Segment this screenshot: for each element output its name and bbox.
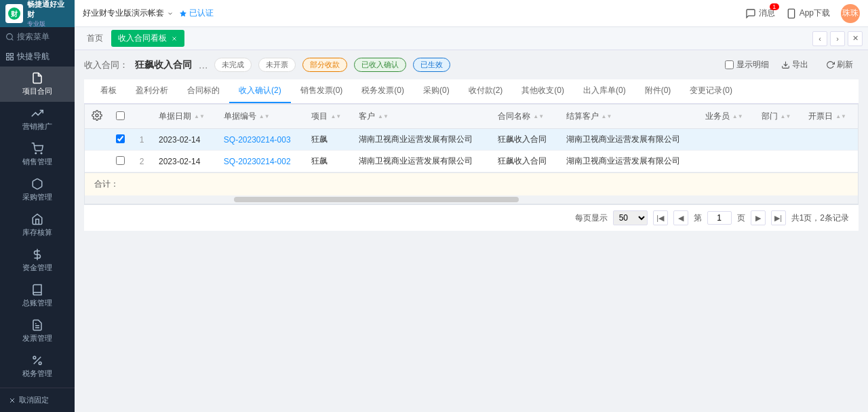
per-page-label: 每页显示 — [575, 212, 608, 224]
tab-profit[interactable]: 盈利分析 — [126, 79, 178, 103]
th-department[interactable]: 部门 ▲▼ — [755, 105, 802, 129]
row-code[interactable]: SQ-20230214-003 — [217, 129, 305, 151]
row-settings-cell — [85, 151, 109, 172]
th-project[interactable]: 项目 ▲▼ — [304, 105, 352, 129]
status-incomplete[interactable]: 未完成 — [214, 58, 252, 72]
tab-tax-invoice[interactable]: 税务发票(0) — [352, 79, 414, 103]
th-checkbox[interactable] — [109, 105, 132, 129]
th-contract[interactable]: 合同名称 ▲▼ — [491, 105, 559, 129]
sort-date-icon: ▲▼ — [194, 113, 205, 119]
invoice-label: 发票管理 — [22, 333, 52, 343]
sidebar-item-sales[interactable]: 销售管理 — [0, 137, 75, 172]
row-num: 2 — [132, 151, 152, 172]
sidebar-item-project[interactable]: 项目合同 — [0, 67, 75, 102]
tab-attachment[interactable]: 附件(0) — [635, 79, 681, 103]
certified-label: 已认证 — [189, 7, 214, 19]
row-salesperson — [698, 129, 755, 151]
sidebar-item-funds[interactable]: 资金管理 — [0, 243, 75, 278]
row-checkbox-cell[interactable] — [109, 151, 132, 172]
per-page-select[interactable]: 20 50 100 — [613, 210, 648, 225]
tab-other[interactable]: 其他收支(0) — [512, 79, 574, 103]
unpin-label: 取消固定 — [19, 395, 49, 405]
prev-page-button[interactable]: ◀ — [673, 210, 688, 225]
sidebar-item-general[interactable]: 总账管理 — [0, 278, 75, 314]
th-customer[interactable]: 客户 ▲▼ — [352, 105, 491, 129]
last-page-button[interactable]: ▶| — [771, 210, 786, 225]
svg-point-9 — [41, 153, 42, 154]
th-settings[interactable] — [85, 105, 109, 129]
sidebar-item-inventory[interactable]: 库存核算 — [0, 208, 75, 243]
page-number-input[interactable] — [707, 211, 732, 225]
scrollbar-thumb[interactable] — [234, 197, 519, 202]
tab-prev-button[interactable]: ‹ — [812, 31, 827, 46]
message-button[interactable]: 消息 1 — [745, 7, 775, 19]
select-all-checkbox[interactable] — [116, 111, 125, 120]
th-salesperson[interactable]: 业务员 ▲▼ — [698, 105, 755, 129]
tab-subject[interactable]: 合同标的 — [178, 79, 229, 103]
table-row: 2 2023-02-14 SQ-20230214-002 狂飙 湖南卫视商业运营… — [85, 151, 858, 172]
inventory-label: 库存核算 — [22, 227, 52, 238]
home-tab[interactable]: 首页 — [80, 30, 110, 47]
chevron-down-icon — [167, 10, 174, 17]
th-billdate[interactable]: 开票日 ▲▼ — [802, 105, 858, 129]
status-uninvoiced[interactable]: 未开票 — [258, 58, 296, 72]
sidebar-quicknav[interactable]: 快捷导航 — [0, 47, 75, 67]
row-code-link[interactable]: SQ-20230214-002 — [224, 157, 291, 166]
first-page-button[interactable]: |◀ — [653, 210, 668, 225]
sidebar-item-tax[interactable]: 税务管理 — [0, 349, 75, 384]
tab-close-icon[interactable] — [171, 35, 178, 42]
tab-stock[interactable]: 出入库单(0) — [574, 79, 635, 103]
sidebar-item-purchase[interactable]: 采购管理 — [0, 172, 75, 208]
tab-close-button[interactable]: ✕ — [848, 31, 863, 46]
tab-revenue-confirm[interactable]: 收入确认(2) — [229, 79, 291, 103]
th-code[interactable]: 单据编号 ▲▼ — [217, 105, 305, 129]
next-page-button[interactable]: ▶ — [751, 210, 766, 225]
sort-customer-icon: ▲▼ — [378, 113, 389, 119]
tab-board[interactable]: 看板 — [91, 79, 126, 103]
show-detail-checkbox[interactable]: 显示明细 — [725, 59, 769, 71]
more-icon[interactable]: ... — [199, 59, 208, 71]
refresh-button[interactable]: 刷新 — [821, 57, 859, 73]
sidebar-unpin[interactable]: 取消固定 — [4, 392, 71, 408]
row-code-link[interactable]: SQ-20230214-003 — [224, 135, 291, 145]
th-settlement[interactable]: 结算客户 ▲▼ — [559, 105, 698, 129]
row-checkbox[interactable] — [116, 134, 125, 143]
row-date: 2023-02-14 — [152, 129, 217, 151]
export-button[interactable]: 导出 — [776, 57, 814, 73]
tab-payment[interactable]: 收付款(2) — [459, 79, 513, 103]
tab-purchase[interactable]: 采购(0) — [414, 79, 459, 103]
status-active[interactable]: 已生效 — [413, 58, 450, 72]
main-area: 好业财专业版演示帐套 已认证 消息 1 App下载 珠珠 — [75, 0, 868, 412]
message-badge: 1 — [770, 3, 779, 10]
contract-board-tab[interactable]: 收入合同看板 — [111, 30, 184, 47]
row-code[interactable]: SQ-20230214-002 — [217, 151, 305, 172]
row-settlement: 湖南卫视商业运营发展有限公司 — [559, 129, 698, 151]
quicknav-label: 快捷导航 — [17, 51, 50, 62]
company-selector[interactable]: 好业财专业版演示帐套 — [83, 7, 174, 19]
sidebar-item-marketing[interactable]: 营销推广 — [0, 102, 75, 137]
contract-prefix: 收入合同： — [84, 59, 128, 71]
tab-changes[interactable]: 变更记录(0) — [680, 79, 742, 103]
th-date[interactable]: 单据日期 ▲▼ — [152, 105, 217, 129]
sidebar-item-invoice[interactable]: 发票管理 — [0, 314, 75, 349]
show-detail-input[interactable] — [725, 60, 734, 69]
message-icon — [745, 8, 756, 19]
status-confirmed[interactable]: 已收入确认 — [354, 58, 406, 72]
svg-rect-7 — [11, 58, 14, 60]
status-partial-payment[interactable]: 部分收款 — [302, 58, 347, 72]
row-settlement: 湖南卫视商业运营发展有限公司 — [559, 151, 698, 172]
avatar-text: 珠珠 — [842, 7, 859, 19]
total-info: 共1页，2条记录 — [791, 212, 849, 224]
download-icon — [786, 8, 797, 19]
row-department — [755, 151, 802, 172]
horizontal-scrollbar[interactable] — [85, 195, 858, 204]
app-download-button[interactable]: App下载 — [786, 7, 830, 19]
row-checkbox[interactable] — [116, 156, 125, 165]
avatar: 珠珠 — [841, 4, 860, 23]
tab-sales-invoice[interactable]: 销售发票(0) — [291, 79, 353, 103]
data-table: 单据日期 ▲▼ 单据编号 ▲▼ 项目 — [85, 105, 858, 172]
row-checkbox-cell[interactable] — [109, 129, 132, 151]
sidebar-search[interactable]: 搜索菜单 — [0, 27, 75, 47]
tab-next-button[interactable]: › — [830, 31, 845, 46]
user-avatar[interactable]: 珠珠 — [841, 4, 860, 23]
